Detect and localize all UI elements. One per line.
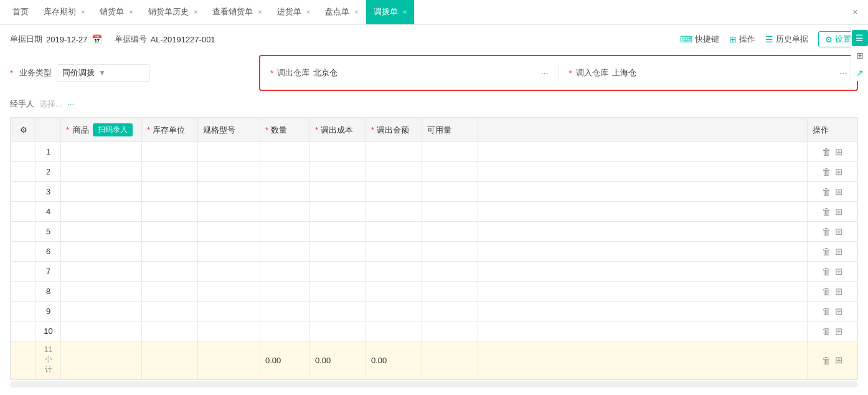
td-product-10[interactable]	[61, 321, 142, 341]
copy-row-9-icon[interactable]: ⊞	[835, 306, 843, 317]
td-amount-6	[366, 242, 422, 262]
td-product-2[interactable]	[61, 162, 142, 182]
delete-row-7-icon[interactable]: 🗑	[822, 266, 831, 277]
td-qty-2[interactable]	[260, 162, 310, 182]
person-more-icon[interactable]: ···	[67, 99, 75, 109]
delete-row-2-icon[interactable]: 🗑	[822, 166, 831, 177]
delete-row-1-icon[interactable]: 🗑	[822, 146, 831, 157]
copy-row-3-icon[interactable]: ⊞	[835, 186, 843, 198]
tab-sales-order[interactable]: 销货单 ×	[92, 0, 140, 24]
td-cost-2[interactable]	[310, 162, 366, 182]
history-action[interactable]: ☰ 历史单据	[765, 34, 808, 45]
tab-sales-order-label: 销货单	[100, 6, 124, 17]
delete-row-5-icon[interactable]: 🗑	[822, 226, 831, 237]
tab-purchase[interactable]: 进货单 ×	[270, 0, 318, 24]
in-warehouse-more-icon[interactable]: ···	[839, 68, 847, 78]
qty-required-star: *	[265, 125, 268, 135]
doc-value: AL-20191227-001	[151, 35, 215, 44]
td-qty-7[interactable]	[260, 262, 310, 282]
td-action-6: 🗑 ⊞	[808, 242, 857, 262]
td-available-1	[422, 142, 478, 162]
copy-row-4-icon[interactable]: ⊞	[835, 206, 843, 217]
copy-row-2-icon[interactable]: ⊞	[835, 166, 843, 178]
calendar-icon[interactable]: 📅	[92, 34, 102, 44]
td-settings-4	[11, 202, 36, 222]
td-cost-5[interactable]	[310, 222, 366, 242]
business-type-select[interactable]: 同价调拨 ▼	[57, 64, 150, 82]
tab-inventory-init-close[interactable]: ×	[81, 8, 85, 16]
delete-row-10-icon[interactable]: 🗑	[822, 326, 831, 336]
td-qty-3[interactable]	[260, 182, 310, 202]
delete-row-8-icon[interactable]: 🗑	[822, 286, 831, 297]
td-cost-10[interactable]	[310, 321, 366, 341]
td-qty-8[interactable]	[260, 282, 310, 302]
copy-row-1-icon[interactable]: ⊞	[835, 146, 843, 158]
td-empty-9	[478, 302, 808, 321]
td-product-3[interactable]	[61, 182, 142, 202]
shortcuts-action[interactable]: ⌨ 快捷键	[680, 34, 719, 45]
td-cost-8[interactable]	[310, 282, 366, 302]
td-product-6[interactable]	[61, 242, 142, 262]
horizontal-scrollbar[interactable]	[10, 381, 858, 388]
tab-sales-history-close[interactable]: ×	[194, 8, 197, 16]
td-qty-5[interactable]	[260, 222, 310, 242]
td-spec-6	[198, 242, 260, 262]
tab-view-sales[interactable]: 查看销货单 ×	[205, 0, 269, 24]
tab-bar-close[interactable]: ×	[847, 7, 863, 18]
copy-row-8-icon[interactable]: ⊞	[835, 286, 843, 297]
tab-view-sales-close[interactable]: ×	[258, 8, 262, 16]
td-product-9[interactable]	[61, 302, 142, 321]
delete-row-6-icon[interactable]: 🗑	[822, 246, 831, 257]
td-qty-1[interactable]	[260, 142, 310, 162]
scan-button[interactable]: 扫码录入	[93, 123, 133, 136]
td-cost-4[interactable]	[310, 202, 366, 222]
delete-row-9-icon[interactable]: 🗑	[822, 306, 831, 316]
td-cost-9[interactable]	[310, 302, 366, 321]
td-qty-4[interactable]	[260, 202, 310, 222]
tab-transfer-close[interactable]: ×	[403, 8, 407, 16]
td-qty-6[interactable]	[260, 242, 310, 262]
td-index-5: 5	[36, 222, 61, 242]
delete-row-4-icon[interactable]: 🗑	[822, 206, 831, 217]
copy-row-7-icon[interactable]: ⊞	[835, 266, 843, 277]
td-product-4[interactable]	[61, 202, 142, 222]
tab-sales-order-close[interactable]: ×	[129, 8, 133, 16]
tab-transfer[interactable]: 调拨单 ×	[366, 0, 414, 24]
delete-row-3-icon[interactable]: 🗑	[822, 186, 831, 197]
td-cost-3[interactable]	[310, 182, 366, 202]
th-settings[interactable]: ⚙	[11, 118, 36, 142]
sidebar-grid-icon[interactable]: ⊞	[852, 47, 868, 64]
td-product-8[interactable]	[61, 282, 142, 302]
sidebar-export-icon[interactable]: ↗	[852, 65, 868, 81]
tab-home[interactable]: 首页	[5, 0, 36, 24]
tab-transfer-label: 调拨单	[374, 6, 398, 17]
copy-row-11-icon[interactable]: ⊞	[835, 355, 843, 366]
td-index-4: 4	[36, 202, 61, 222]
tab-sales-history[interactable]: 销货单历史 ×	[141, 0, 205, 24]
td-product-1[interactable]	[61, 142, 142, 162]
td-cost-1[interactable]	[310, 142, 366, 162]
copy-row-5-icon[interactable]: ⊞	[835, 226, 843, 237]
td-product-5[interactable]	[61, 222, 142, 242]
td-cost-7[interactable]	[310, 262, 366, 282]
copy-row-6-icon[interactable]: ⊞	[835, 246, 843, 257]
td-product-7[interactable]	[61, 262, 142, 282]
td-qty-9[interactable]	[260, 302, 310, 321]
tab-inventory-check-close[interactable]: ×	[354, 8, 358, 16]
td-available-8	[422, 282, 478, 302]
out-warehouse-value: 北京仓	[313, 67, 337, 79]
td-qty-10[interactable]	[260, 321, 310, 341]
out-warehouse-more-icon[interactable]: ···	[541, 68, 549, 78]
tab-inventory-init[interactable]: 库存期初 ×	[36, 0, 92, 24]
delete-row-11-icon[interactable]: 🗑	[822, 355, 831, 366]
tab-inventory-check[interactable]: 盘点单 ×	[318, 0, 366, 24]
person-select[interactable]: 选择...	[39, 98, 62, 110]
td-cost-6[interactable]	[310, 242, 366, 262]
table-row: 3 🗑 ⊞	[11, 182, 857, 202]
operations-action[interactable]: ⊞ 操作	[729, 34, 755, 45]
business-section: * 业务类型 同价调拨 ▼ * 调出仓库 北京仓 ··· * 调入仓库 上海仓	[10, 55, 858, 91]
tab-purchase-close[interactable]: ×	[306, 8, 310, 16]
sidebar-list-icon[interactable]: ☰	[852, 30, 868, 46]
copy-row-10-icon[interactable]: ⊞	[835, 326, 843, 337]
doc-field: 单据编号 AL-20191227-001	[115, 34, 215, 45]
